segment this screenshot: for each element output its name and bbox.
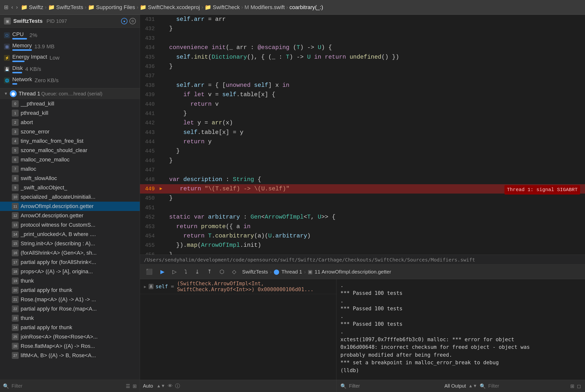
stack-item-0[interactable]: 0 __pthread_kill <box>0 99 140 108</box>
back-button[interactable]: ‹ <box>11 4 13 10</box>
stack-item-8[interactable]: 8 swift_slowAlloc <box>0 174 140 183</box>
top-toolbar: ⊞ ‹ › 📁 Swiftz › 📁 SwiftzTests › 📁 Suppo… <box>0 0 585 15</box>
stack-item-5[interactable]: 5 szone_malloc_should_clear <box>0 146 140 155</box>
stack-item-15[interactable]: 15 String.init<A> (describing : A)... <box>0 239 140 248</box>
output-select-label[interactable]: All Output <box>445 383 466 389</box>
code-line-453: 453 return promote({ a in <box>140 222 585 231</box>
debug-breakpoint-btn[interactable]: ⬛ <box>144 268 154 276</box>
eye-icon[interactable]: 👁 <box>168 383 173 389</box>
stack-item-19[interactable]: 19 thunk <box>0 276 140 286</box>
stack-num-13: 13 <box>12 222 19 228</box>
debug-continue-btn[interactable]: ▶ <box>158 268 166 276</box>
stack-item-24[interactable]: 24 partial apply for thunk <box>0 323 140 332</box>
code-line-437: 437 <box>140 71 585 80</box>
stack-item-14[interactable]: 14 _print_unlocked<A, B where .... <box>0 230 140 239</box>
breadcrumb-swiftz[interactable]: 📁 <box>21 4 28 10</box>
code-line-441: 441 } <box>140 109 585 118</box>
resource-disk[interactable]: 💾 Disk 4 KB/s <box>0 64 140 75</box>
var-type-badge-self: A <box>149 284 153 289</box>
breadcrumb-swiftz-label[interactable]: Swiftz <box>29 4 44 10</box>
breadcrumb-swiftcheck-label[interactable]: SwiftCheck <box>213 4 240 10</box>
breadcrumb-file-label[interactable]: Modifiers.swift <box>250 4 285 10</box>
stack-item-1[interactable]: 1 pthread_kill <box>0 108 140 118</box>
badge-settings[interactable]: ⚙ <box>129 18 136 24</box>
badge-record[interactable]: ● <box>121 18 127 24</box>
stack-num-3: 3 <box>12 128 19 135</box>
stack-item-10[interactable]: 10 specialized _allocateUninitiali... <box>0 192 140 202</box>
resource-cpu[interactable]: ⬡ CPU 2% <box>0 30 140 41</box>
stack-item-22[interactable]: 22 partial apply for Rose.(map<A... <box>0 304 140 314</box>
debug-thread-btn[interactable]: ⬡ <box>218 268 226 276</box>
stack-item-3[interactable]: 3 szone_error <box>0 127 140 136</box>
debug-play-btn[interactable]: ▷ <box>170 268 179 276</box>
stack-item-2[interactable]: 2 abort <box>0 118 140 127</box>
stack-item-16[interactable]: 16 (forAllShrink<A> (Gen<A>, sh... <box>0 248 140 258</box>
stack-item-7[interactable]: 7 malloc <box>0 164 140 174</box>
stack-num-23: 23 <box>12 315 19 322</box>
var-row-self[interactable]: ▶ A self = (SwiftCheck.ArrowOfImpl<Int, … <box>140 279 336 294</box>
code-line-431: 431 self.arr = arr <box>140 15 585 24</box>
stack-item-23[interactable]: 23 thunk <box>0 314 140 323</box>
filter-console-icon: 🔍 <box>340 383 347 389</box>
breadcrumb-supporting-label[interactable]: Supporting Files <box>96 4 135 10</box>
stack-item-17[interactable]: 17 partial apply for (forAllShrink<... <box>0 258 140 267</box>
stack-item-20[interactable]: 20 partial apply for thunk <box>0 286 140 295</box>
toolbar-icon-grid[interactable]: ⊞ <box>4 4 8 10</box>
output-chevron[interactable]: ▲▼ <box>468 384 477 388</box>
file-path-bar: /Users/sendyhalim/development/code/opens… <box>140 255 585 264</box>
stack-item-11[interactable]: 11 ArrowOfImpl.description.getter <box>0 202 140 211</box>
stack-num-18: 18 <box>12 268 19 275</box>
stack-item-13[interactable]: 13 protocol witness for CustomS... <box>0 220 140 230</box>
expand-icon[interactable]: ⊞ <box>570 383 574 389</box>
resource-energy[interactable]: ⚡ Energy Impact Low <box>0 52 140 64</box>
stack-item-26[interactable]: 26 Rose.flatMap<A> ((A) -> Ros... <box>0 342 140 351</box>
resource-memory[interactable]: ▧ Memory 13.9 MB <box>0 41 140 52</box>
collapse-icon[interactable]: ◻ <box>577 383 581 389</box>
forward-button[interactable]: › <box>16 4 18 10</box>
breadcrumb-method-label[interactable]: coarbitrary(_:) <box>289 4 323 10</box>
debug-step-over-btn[interactable]: ⤵ <box>182 268 189 276</box>
var-disclosure-self[interactable]: ▶ <box>144 284 147 289</box>
info-icon[interactable]: ⓘ <box>175 383 180 389</box>
debug-bc-project[interactable]: SwiftzTests <box>242 269 268 275</box>
stack-item-9[interactable]: 9 _swift_allocObject_ <box>0 183 140 192</box>
energy-value: Low <box>50 55 60 61</box>
debug-step-into-btn[interactable]: ⤓ <box>193 268 201 276</box>
thread-1-header[interactable]: ▼ ⬤ Thread 1 Queue: com....hread (serial… <box>0 88 140 99</box>
stack-item-18[interactable]: 18 props<A> ((A) -> [A], origina... <box>0 267 140 276</box>
stack-num-19: 19 <box>12 278 19 284</box>
filter-console-input[interactable] <box>488 383 568 389</box>
stack-num-1: 1 <box>12 110 19 116</box>
stack-item-4[interactable]: 4 tiny_malloc_from_free_list <box>0 136 140 146</box>
breadcrumb-swiftztests-icon: 📁 <box>48 4 55 10</box>
code-line-454: 454 return T.coarbitrary(a)(U.arbitrary) <box>140 231 585 241</box>
debug-bc-thread[interactable]: Thread 1 <box>281 269 302 275</box>
debug-location-btn[interactable]: ◇ <box>230 268 238 276</box>
debug-bc-frame[interactable]: 11 ArrowOfImpl.description.getter <box>315 269 391 275</box>
left-panel: ▣ SwiftzTests PID 1097 ● ⚙ ⬡ CPU 2% ▧ M <box>0 15 140 392</box>
disk-label: Disk <box>12 65 23 73</box>
grid-view-icon[interactable]: ⊞ <box>133 383 137 389</box>
debug-breadcrumb: SwiftzTests › ⬤ Thread 1 › ▣ 11 ArrowOfI… <box>242 269 581 275</box>
stack-item-27[interactable]: 27 liftM<A, B> ((A) -> B, Rose<A... <box>0 351 140 360</box>
breadcrumb-supporting-icon: 📁 <box>88 4 95 10</box>
filter-left-input[interactable] <box>12 383 123 389</box>
stack-item-12[interactable]: 12 ArrowOf.description.getter <box>0 211 140 220</box>
console-panel: . *** Passed 100 tests . *** Passed 100 … <box>337 279 585 392</box>
stack-item-6[interactable]: 6 malloc_zone_malloc <box>0 155 140 164</box>
stack-num-24: 24 <box>12 324 19 331</box>
code-line-452: 452 static var arbitrary : Gen<ArrowOfIm… <box>140 212 585 222</box>
debug-step-out-btn[interactable]: ⤒ <box>205 268 214 276</box>
stack-item-21[interactable]: 21 Rose.(map<A> ((A) -> A1) -> ... <box>0 295 140 304</box>
breadcrumb-xcodeproj-label[interactable]: SwiftCheck.xcodeproj <box>148 4 200 10</box>
resource-network[interactable]: 🌐 Network Zero KB/s <box>0 75 140 86</box>
stack-num-8: 8 <box>12 175 19 182</box>
code-line-455: 455 }).map(ArrowOfImpl.init) <box>140 241 585 250</box>
memory-label: Memory <box>12 42 32 51</box>
cpu-label: CPU <box>12 31 27 40</box>
signal-badge: Thread 1: signal SIGABRT <box>504 185 580 194</box>
auto-chevron[interactable]: ▲▼ <box>156 384 165 388</box>
list-view-icon[interactable]: ☰ <box>126 383 130 389</box>
breadcrumb-swiftztests-label[interactable]: SwiftzTests <box>56 4 83 10</box>
stack-item-25[interactable]: 25 joinRose<A> (Rose<Rose<A>... <box>0 332 140 342</box>
